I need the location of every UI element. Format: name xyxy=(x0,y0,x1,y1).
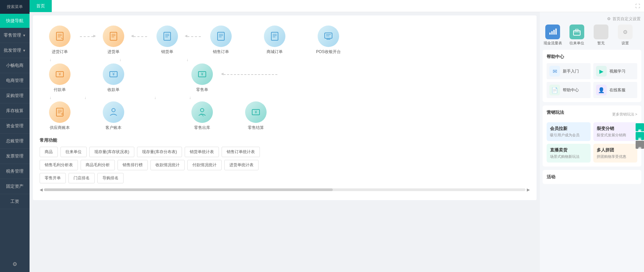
flow-node-retail-settle[interactable]: ¥ 零售结算 xyxy=(236,101,276,131)
help-label: 帮助中心 xyxy=(563,87,579,93)
white-card: 进货订单 xyxy=(33,15,537,200)
marketing-member[interactable]: 会员拉新 吸引用户成为会员 xyxy=(547,122,591,141)
sidebar-settings-icon[interactable]: ⚙ xyxy=(0,256,30,272)
marketing-split[interactable]: 裂变分销 裂变式发展分销商 xyxy=(593,122,637,141)
func-btn-sales-order-stats[interactable]: 销售订单统计表 xyxy=(222,147,260,157)
svg-rect-12 xyxy=(218,32,224,40)
flow-node-supplier-account[interactable]: 账 供应商账本 xyxy=(40,101,80,131)
func-btn-units[interactable]: 往来单位 xyxy=(60,147,87,157)
scroll-thumb xyxy=(44,188,333,191)
cash-flow-icon xyxy=(545,25,560,39)
func-btn-stock-dist[interactable]: 现存量(库存分布表) xyxy=(137,147,182,157)
svg-text:¥: ¥ xyxy=(255,110,257,115)
flow-node-mall-order[interactable]: 商城订单 xyxy=(255,26,295,55)
common-functions: 常用功能 商品 往来单位 现存量(库存状况表) 现存量(库存分布表) 销货单统计… xyxy=(40,137,530,183)
func-btn-guide-rank[interactable]: 导购排名 xyxy=(97,173,124,183)
quick-icon-cash-flow[interactable]: 现金流量表 xyxy=(543,25,563,46)
activity-title: 活动 xyxy=(547,174,637,180)
float-btn-desktop[interactable]: 桌面快捷 xyxy=(636,141,644,149)
scroll-right-arrow[interactable]: ▶ xyxy=(527,187,530,192)
marketing-group[interactable]: 多人拼团 拼团购物享受优惠 xyxy=(593,144,637,163)
sidebar-item-ecommerce[interactable]: 电商管理 xyxy=(0,73,30,88)
func-btn-store-rank[interactable]: 门店排名 xyxy=(68,173,95,183)
func-btn-payment-stats[interactable]: 付款情况统计 xyxy=(187,160,222,170)
flow-node-receipt[interactable]: ¥ 收款单 xyxy=(93,63,134,93)
flow-node-purchase-bill[interactable]: 进货单 xyxy=(93,26,134,55)
scroll-left-arrow[interactable]: ◀ xyxy=(40,187,43,192)
sidebar-item-payroll[interactable]: 工资 xyxy=(0,194,30,209)
svg-text:¥: ¥ xyxy=(112,72,115,77)
sidebar-item-ledger[interactable]: 总账管理 xyxy=(0,134,30,149)
flow-node-sales-bill[interactable]: 销货单 xyxy=(147,26,187,55)
flow-node-sales-order[interactable]: 销售订单 xyxy=(201,26,241,55)
quick-icon-units[interactable]: 往来单位 xyxy=(567,25,587,46)
func-btn-goods[interactable]: 商品 xyxy=(40,147,58,157)
svg-rect-4 xyxy=(110,32,117,40)
svg-rect-46 xyxy=(576,29,578,31)
flow-node-customer-account[interactable]: 客户账本 xyxy=(93,101,134,131)
flow-node-retail-bill[interactable]: ¥ 零售单 xyxy=(182,63,222,93)
help-item-help[interactable]: 📄 帮助中心 xyxy=(547,82,591,98)
flow-node-pos[interactable]: POS收银开台 xyxy=(308,26,349,55)
sidebar-quick-nav[interactable]: 快捷导航 xyxy=(0,14,30,28)
flow-node-payment[interactable]: ¥ 付款单 xyxy=(40,63,80,93)
topbar: 首页 ⛶ xyxy=(30,0,644,12)
sidebar-item-purchase[interactable]: 采购管理 xyxy=(0,88,30,103)
flow-diagram: 进货订单 xyxy=(40,22,530,134)
group-title: 多人拼团 xyxy=(597,147,634,153)
sidebar-item-finance[interactable]: 资金管理 xyxy=(0,119,30,134)
home-customize[interactable]: ⚙ 首页自定义设置 xyxy=(543,15,641,25)
quick-icons-row: 现金流量表 往来单位 暂无 xyxy=(543,25,641,46)
sidebar-search[interactable]: 搜索菜单 xyxy=(0,0,30,14)
func-btn-sales-rank[interactable]: 销售排行榜 xyxy=(118,160,148,170)
expand-icon[interactable]: ⛶ xyxy=(631,3,644,9)
settings-icon: ⚙ xyxy=(607,16,611,21)
arrow-purchase-to-bill xyxy=(80,36,93,37)
chevron-down-icon: ▼ xyxy=(22,49,26,52)
activity-section: 活动 xyxy=(543,170,641,184)
flow-node-purchase-order[interactable]: 进货订单 xyxy=(40,26,80,55)
video-label: 视频学习 xyxy=(609,69,626,74)
customer-account-icon xyxy=(103,101,124,123)
sidebar-item-inventory[interactable]: 库存核算 xyxy=(0,103,30,119)
help-grid: ✉ 新手入门 ▶ 视频学习 📄 帮助中心 👤 在线客服 xyxy=(547,63,637,98)
float-btn-community[interactable]: 服务社区 xyxy=(636,132,644,140)
mall-order-icon xyxy=(264,26,285,47)
sidebar-item-invoice[interactable]: 发票管理 xyxy=(0,149,30,164)
func-btn-receipt-stats[interactable]: 收款情况统计 xyxy=(150,160,185,170)
func-btn-sales-stats[interactable]: 销货单统计表 xyxy=(185,147,219,157)
customer-account-label: 客户账本 xyxy=(105,125,122,131)
sidebar-item-wholesale[interactable]: 批发管理 ▼ xyxy=(0,43,30,58)
settings-icon-box: ⚙ xyxy=(618,25,633,39)
more-marketing-link[interactable]: 更多营销玩法 > xyxy=(612,112,637,117)
scroll-track[interactable] xyxy=(44,188,525,191)
purchase-order-icon xyxy=(49,26,71,47)
marketing-live[interactable]: 直播卖货 场景式购物新玩法 xyxy=(547,144,591,163)
floating-buttons: 客服热线 服务社区 桌面快捷 xyxy=(636,123,644,149)
sidebar-item-tax[interactable]: 税务管理 xyxy=(0,164,30,179)
svg-rect-44 xyxy=(573,31,580,35)
pos-label: POS收银开台 xyxy=(316,49,340,55)
func-btn-purchase-stats[interactable]: 进货单统计表 xyxy=(224,160,259,170)
sidebar-item-ecommerce-small[interactable]: 小畅电商 xyxy=(0,58,30,73)
func-btn-goods-profit[interactable]: 商品毛利分析 xyxy=(81,160,115,170)
sidebar-item-assets[interactable]: 固定资产 xyxy=(0,179,30,194)
sidebar-item-retail[interactable]: 零售管理 ▼ xyxy=(0,28,30,43)
scrollbar: ◀ ▶ xyxy=(40,186,530,193)
func-btn-sales-profit[interactable]: 销售毛利分析表 xyxy=(40,160,78,170)
func-btn-stock-status[interactable]: 现存量(库存状况表) xyxy=(89,147,134,157)
func-btn-retail-order[interactable]: 零售开单 xyxy=(40,173,66,183)
mall-order-label: 商城订单 xyxy=(267,49,283,55)
help-item-newbie[interactable]: ✉ 新手入门 xyxy=(547,63,591,79)
marketing-title: 营销玩法 xyxy=(547,109,564,116)
float-btn-customer-service[interactable]: 客服热线 xyxy=(636,123,644,131)
func-row-1: 商品 往来单位 现存量(库存状况表) 现存量(库存分布表) 销货单统计表 销售订… xyxy=(40,147,530,157)
tab-home[interactable]: 首页 xyxy=(30,0,52,12)
main-content: 进货订单 xyxy=(30,12,540,272)
help-item-service[interactable]: 👤 在线客服 xyxy=(593,82,637,98)
flow-node-retail-out[interactable]: 零售出库 xyxy=(182,101,222,131)
svg-rect-40 xyxy=(549,33,551,35)
help-item-video[interactable]: ▶ 视频学习 xyxy=(593,63,637,79)
quick-icon-settings[interactable]: ⚙ 设置 xyxy=(615,25,635,46)
purchase-order-label: 进货订单 xyxy=(52,49,68,55)
